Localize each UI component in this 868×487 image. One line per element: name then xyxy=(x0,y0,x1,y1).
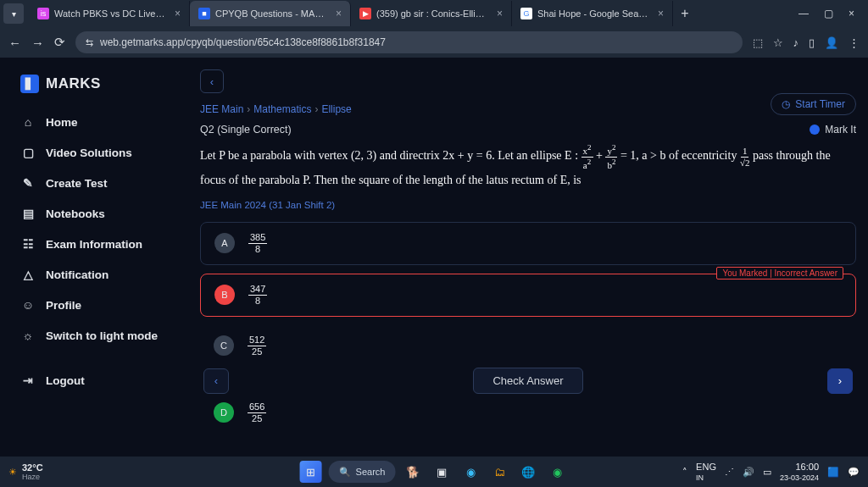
taskbar-explorer-icon[interactable]: 🗂 xyxy=(488,461,510,483)
close-icon[interactable]: × xyxy=(175,8,181,19)
sidebar-item-exam-info[interactable]: ☷Exam Information xyxy=(8,229,186,259)
sidebar-item-theme[interactable]: ☼Switch to light mode xyxy=(8,320,186,351)
crumb-topic[interactable]: Ellipse xyxy=(321,103,351,115)
check-answer-button[interactable]: Check Answer xyxy=(473,368,582,394)
sidebar-item-notebooks[interactable]: ▤Notebooks xyxy=(8,198,186,229)
tab-title: Shai Hope - Google Search xyxy=(537,8,649,19)
clock-icon: ◷ xyxy=(782,98,790,110)
next-question-button[interactable]: › xyxy=(827,368,853,394)
profile-avatar[interactable]: 👤 xyxy=(825,36,838,49)
mark-dot-icon xyxy=(810,125,820,135)
sidebar-item-label: Home xyxy=(46,116,78,129)
video-icon: ▢ xyxy=(20,146,36,159)
weather-icon: ☀ xyxy=(8,467,17,478)
battery-icon[interactable]: ▭ xyxy=(763,467,771,478)
reload-button[interactable]: ⟳ xyxy=(54,35,65,50)
timer-label: Start Timer xyxy=(795,98,845,110)
sidebar: ▋ MARKS ⌂Home ▢Video Solutions ✎Create T… xyxy=(0,58,195,457)
brand-logo: ▋ xyxy=(20,75,39,93)
browser-tab[interactable]: ■ CPYQB Questions - MARKS App × xyxy=(190,1,351,26)
minimize-button[interactable]: — xyxy=(798,8,809,19)
sidebar-item-label: Switch to light mode xyxy=(46,329,158,342)
sidebar-item-home[interactable]: ⌂Home xyxy=(8,107,186,137)
bookmark-icon[interactable]: ☆ xyxy=(773,36,783,49)
close-window-button[interactable]: × xyxy=(849,8,854,19)
profile-icon: ☺ xyxy=(20,298,36,312)
option-letter: A xyxy=(214,233,235,253)
brand[interactable]: ▋ MARKS xyxy=(8,69,186,107)
option-c[interactable]: C 51225 xyxy=(200,325,856,357)
taskbar-edge-icon[interactable]: ◉ xyxy=(459,461,481,483)
start-timer-button[interactable]: ◷ Start Timer xyxy=(771,93,856,115)
close-icon[interactable]: × xyxy=(497,8,503,19)
option-d[interactable]: D 65625 xyxy=(200,399,856,427)
browser-tab[interactable]: ▶ (359) gb sir : Conics-Ellipse-2 || × xyxy=(351,1,512,26)
address-bar[interactable]: ⇆ web.getmarks.app/cpyqb/question/65c4c1… xyxy=(75,31,743,53)
tab-title: Watch PBKS vs DC Live Match c xyxy=(54,8,166,19)
copilot-icon[interactable]: 🟦 xyxy=(827,467,839,478)
option-a[interactable]: A 3858 xyxy=(200,222,856,265)
notifications-icon[interactable]: 💬 xyxy=(848,467,860,478)
calendar-icon: ☷ xyxy=(20,237,36,251)
maximize-button[interactable]: ▢ xyxy=(824,8,833,19)
weather-temp: 32°C xyxy=(22,462,43,473)
crumb-subject[interactable]: Mathematics xyxy=(253,103,311,115)
search-icon: 🔍 xyxy=(339,467,351,478)
start-button[interactable]: ⊞ xyxy=(300,461,322,483)
install-app-icon[interactable]: ⬚ xyxy=(753,36,763,49)
option-b[interactable]: You Marked | Incorrect Answer B 3478 xyxy=(200,274,856,317)
crumb-exam[interactable]: JEE Main xyxy=(200,103,243,115)
site-info-icon[interactable]: ⇆ xyxy=(86,37,93,48)
weather-widget[interactable]: ☀ 32°C Haze xyxy=(8,462,43,481)
close-icon[interactable]: × xyxy=(336,8,342,19)
option-value: 3478 xyxy=(248,285,267,306)
browser-tab[interactable]: is Watch PBKS vs DC Live Match c × xyxy=(29,1,190,26)
question-source-tag: JEE Main 2024 (31 Jan Shift 2) xyxy=(200,200,856,210)
taskbar-search[interactable]: 🔍Search xyxy=(329,461,396,483)
sidebar-item-label: Video Solutions xyxy=(46,147,132,159)
volume-icon[interactable]: 🔊 xyxy=(743,467,754,478)
windows-taskbar: ☀ 32°C Haze ⊞ 🔍Search 🐕 ▣ ◉ 🗂 🌐 ◉ ˄ ENGI… xyxy=(0,457,868,487)
wifi-icon[interactable]: ⋰ xyxy=(725,467,734,478)
question-number: Q2 (Single Correct) xyxy=(200,124,292,136)
taskbar-spotify-icon[interactable]: ◉ xyxy=(546,461,568,483)
media-icon[interactable]: ♪ xyxy=(793,36,799,49)
tab-title: CPYQB Questions - MARKS App xyxy=(215,8,327,19)
create-icon: ✎ xyxy=(20,176,36,190)
sidebar-item-notification[interactable]: △Notification xyxy=(8,259,186,290)
close-icon[interactable]: × xyxy=(658,8,664,19)
sidebar-item-create-test[interactable]: ✎Create Test xyxy=(8,168,186,198)
taskbar-app-icon[interactable]: 🐕 xyxy=(402,461,424,483)
mark-it-button[interactable]: Mark It xyxy=(810,124,856,136)
back-square-button[interactable]: ‹ xyxy=(200,69,224,93)
sidebar-item-label: Notebooks xyxy=(46,208,105,220)
forward-button[interactable]: → xyxy=(31,36,44,50)
sidebar-item-video[interactable]: ▢Video Solutions xyxy=(8,137,186,168)
new-tab-button[interactable]: + xyxy=(673,6,697,21)
tray-chevron-icon[interactable]: ˄ xyxy=(682,467,687,478)
tab-menu-button[interactable]: ▾ xyxy=(3,3,24,24)
browser-tab[interactable]: G Shai Hope - Google Search × xyxy=(512,1,673,26)
url-text: web.getmarks.app/cpyqb/question/65c4c138… xyxy=(100,36,386,48)
taskbar-app-icon[interactable]: ▣ xyxy=(431,461,453,483)
options-list: A 3858 You Marked | Incorrect Answer B 3… xyxy=(200,222,856,357)
browser-titlebar: ▾ is Watch PBKS vs DC Live Match c × ■ C… xyxy=(0,0,868,27)
content-area: ‹ JEE Main › Mathematics › Ellipse ◷ Sta… xyxy=(195,58,868,457)
tray-lang[interactable]: ENGIN xyxy=(696,462,716,482)
option-value: 3858 xyxy=(248,233,267,254)
sidebar-item-logout[interactable]: ⇥Logout xyxy=(8,365,186,396)
search-placeholder: Search xyxy=(356,467,386,477)
back-button[interactable]: ← xyxy=(8,36,21,50)
browser-menu-button[interactable]: ⋮ xyxy=(849,36,860,49)
weather-label: Haze xyxy=(22,473,43,481)
option-letter: D xyxy=(214,402,234,423)
mark-it-label: Mark It xyxy=(825,124,856,136)
breadcrumb: JEE Main › Mathematics › Ellipse xyxy=(200,103,352,115)
sidebar-item-profile[interactable]: ☺Profile xyxy=(8,290,186,320)
taskbar-chrome-icon[interactable]: 🌐 xyxy=(517,461,539,483)
bell-icon: △ xyxy=(20,268,36,281)
prev-question-button[interactable]: ‹ xyxy=(203,368,229,394)
sun-icon: ☼ xyxy=(20,329,36,342)
extensions-icon[interactable]: ▯ xyxy=(809,36,815,49)
tray-clock[interactable]: 16:0023-03-2024 xyxy=(780,462,819,482)
